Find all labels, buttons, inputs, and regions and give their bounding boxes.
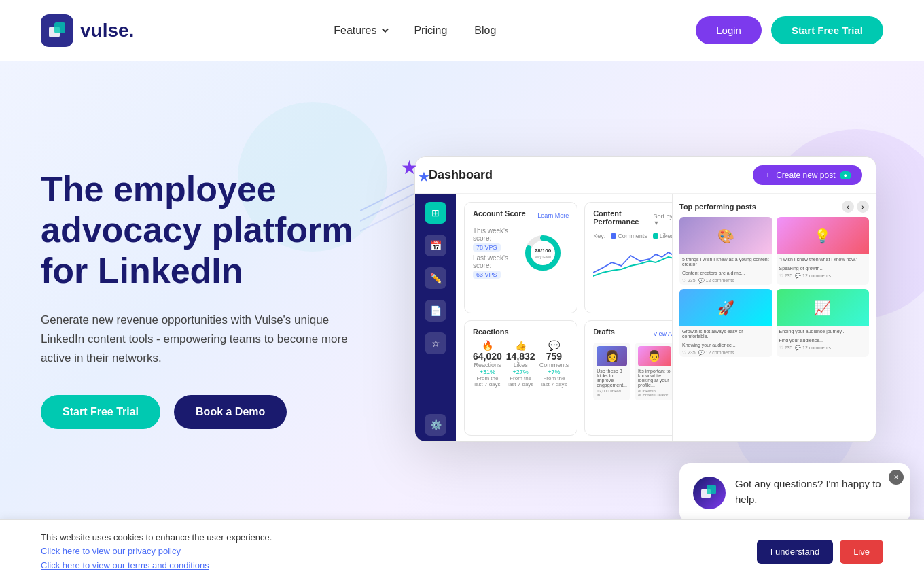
cookie-buttons: I understand Live <box>757 540 883 564</box>
top-post-3: 🚀 Growth is not always easy or comfortab… <box>679 289 772 357</box>
reactions-card: Reactions 🔥 64,020 Reactions +31% From t… <box>464 320 578 436</box>
svg-text:Very Good: Very Good <box>535 255 551 259</box>
toggle-icon: ● <box>840 171 851 179</box>
login-button[interactable]: Login <box>696 16 762 44</box>
draft-item-2: 👨 It's important to know while looking a… <box>635 343 672 400</box>
top-post-4: 📈 Ending your audience journey... Find y… <box>777 289 870 357</box>
chat-message: Got any questions? I'm happy to help. <box>735 477 897 507</box>
start-trial-nav-button[interactable]: Start Free Trial <box>771 16 883 44</box>
terms-link[interactable]: Click here to view our terms and conditi… <box>41 560 209 570</box>
content-performance-card: Content Performance Sort by ▼ Key: Comme… <box>584 202 672 313</box>
likes-item: 👍 14,832 Likes +27% From the last 7 days <box>506 340 535 388</box>
donut-chart: 78/100 Very Good <box>517 227 569 279</box>
drafts-card: Drafts View All 👩 Use these 3 tricks <box>584 320 672 436</box>
dashboard-content: Account Score Learn More This week's sco… <box>456 194 672 442</box>
logo-icon <box>41 14 73 47</box>
svg-rect-1 <box>54 22 65 33</box>
chat-avatar <box>693 477 726 509</box>
hero-section: The employee advocacy platform for Linke… <box>0 61 924 523</box>
sidebar-schedule-icon[interactable]: 📅 <box>425 235 446 256</box>
hero-left: The employee advocacy platform for Linke… <box>41 169 394 429</box>
dashboard-screenshot: Dashboard ＋ Create new post ● ⊞ 📅 ✏️ 📄 ☆… <box>414 156 876 442</box>
navbar: vulse. Features Pricing Blog Login Start… <box>0 0 924 61</box>
privacy-policy-link[interactable]: Click here to view our privacy policy <box>41 546 181 556</box>
dashboard-title: Dashboard <box>429 168 493 182</box>
performance-chart: December 30th | 11am 47 Comments <box>593 242 672 276</box>
dashboard-header: Dashboard ＋ Create new post ● <box>415 157 876 194</box>
top-performing-panel: Top performing posts ‹ › 🎨 5 things I wi… <box>672 194 876 442</box>
prev-btn[interactable]: ‹ <box>842 201 854 213</box>
account-score-card: Account Score Learn More This week's sco… <box>464 202 578 313</box>
start-trial-hero-button[interactable]: Start Free Trial <box>41 395 160 429</box>
star-decoration-1: ★ <box>401 156 418 179</box>
top-posts-grid: 🎨 5 things I wish I knew as a young cont… <box>679 217 869 357</box>
nav-pricing[interactable]: Pricing <box>414 24 447 37</box>
sidebar-content-icon[interactable]: 📄 <box>425 300 446 322</box>
draft-item: 👩 Use these 3 tricks to improve engageme… <box>593 343 630 400</box>
understand-button[interactable]: I understand <box>757 540 833 564</box>
nav-buttons: Login Start Free Trial <box>696 16 883 44</box>
svg-rect-10 <box>707 485 716 494</box>
logo-text: vulse. <box>80 20 134 41</box>
top-post-2: 💡 "I wish I knew then what I know now." … <box>777 217 870 285</box>
cookie-text: This website uses cookies to enhance the… <box>41 531 272 573</box>
dashboard-body: ⊞ 📅 ✏️ 📄 ☆ ⚙️ Account Score Learn More <box>415 194 876 442</box>
sidebar-edit-icon[interactable]: ✏️ <box>425 267 446 289</box>
book-demo-button[interactable]: Book a Demo <box>174 395 287 429</box>
chat-widget: Got any questions? I'm happy to help. × <box>679 463 910 523</box>
top-post-1: 🎨 5 things I wish I knew as a young cont… <box>679 217 772 285</box>
sidebar-settings-icon[interactable]: ⚙️ <box>425 414 446 436</box>
sidebar-dashboard-icon[interactable]: ⊞ <box>425 202 446 224</box>
hero-title: The employee advocacy platform for Linke… <box>41 169 394 291</box>
chat-close-button[interactable]: × <box>889 470 904 485</box>
reactions-item: 🔥 64,020 Reactions +31% From the last 7 … <box>473 340 502 388</box>
reactions-grid: 🔥 64,020 Reactions +31% From the last 7 … <box>473 340 569 388</box>
logo[interactable]: vulse. <box>41 14 134 47</box>
plus-icon: ＋ <box>764 169 772 181</box>
chevron-down-icon <box>382 26 389 33</box>
sidebar-star-icon[interactable]: ☆ <box>425 332 446 354</box>
learn-more-link[interactable]: Learn More <box>537 212 569 219</box>
hero-subtitle: Generate new revenue opportunities with … <box>41 311 353 368</box>
drafts-list: 👩 Use these 3 tricks to improve engageme… <box>593 343 672 400</box>
dashboard-sidebar: ⊞ 📅 ✏️ 📄 ☆ ⚙️ <box>415 194 456 442</box>
star-decoration-2: ★ <box>418 169 430 185</box>
create-post-button[interactable]: ＋ Create new post ● <box>753 165 862 185</box>
cookie-banner: This website uses cookies to enhance the… <box>0 519 924 584</box>
nav-features[interactable]: Features <box>334 24 387 37</box>
svg-text:78/100: 78/100 <box>535 247 552 254</box>
view-all-link[interactable]: View All <box>654 330 672 337</box>
comments-item: 💬 759 Comments +7% From the last 7 days <box>539 340 569 388</box>
hero-right: Dashboard ＋ Create new post ● ⊞ 📅 ✏️ 📄 ☆… <box>394 156 883 442</box>
hero-buttons: Start Free Trial Book a Demo <box>41 395 394 429</box>
next-btn[interactable]: › <box>857 201 869 213</box>
nav-links: Features Pricing Blog <box>334 24 496 37</box>
live-button[interactable]: Live <box>840 540 883 564</box>
nav-blog[interactable]: Blog <box>474 24 496 37</box>
